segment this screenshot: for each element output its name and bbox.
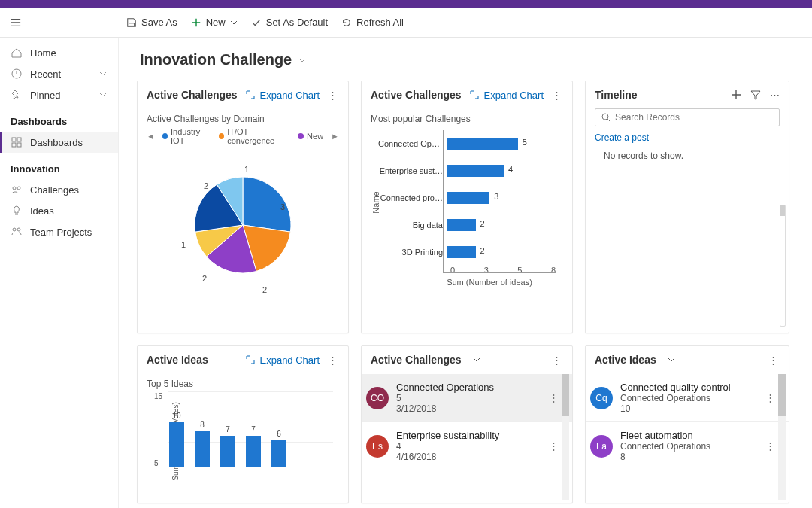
sidebar-item-dashboards[interactable]: Dashboards bbox=[0, 132, 118, 153]
card-list2-title: Active Ideas bbox=[595, 354, 656, 366]
card-list1-title: Active Challenges bbox=[371, 354, 462, 366]
home-label: Home bbox=[30, 47, 56, 59]
team-icon bbox=[11, 226, 23, 238]
legend-item[interactable]: New bbox=[298, 127, 323, 145]
item-more-button[interactable]: ⋮ bbox=[549, 440, 559, 452]
card-col-title: Active Ideas bbox=[147, 354, 208, 366]
sidebar-item-challenges[interactable]: Challenges bbox=[0, 179, 118, 200]
pie-legend: ◄ Industry IOTIT/OT convergenceNew ► bbox=[138, 124, 348, 150]
chevron-down-icon[interactable] bbox=[472, 355, 481, 364]
new-button[interactable]: New bbox=[191, 17, 238, 28]
pie-value-label: 1 bbox=[181, 240, 186, 249]
sidebar-item-home[interactable]: Home bbox=[0, 42, 118, 63]
bar-chart: Name Connected Ope… 5Enterprise sust… 4C… bbox=[371, 130, 563, 303]
pie-value-label: 3 bbox=[280, 202, 285, 211]
card-timeline: Timeline ⋯ Create a post No records to s… bbox=[585, 81, 789, 333]
page-title[interactable]: Innovation Challenge bbox=[119, 38, 812, 75]
svg-rect-0 bbox=[129, 23, 135, 26]
setdefault-button[interactable]: Set As Default bbox=[251, 17, 328, 28]
sidebar-section-dashboards: Dashboards bbox=[0, 105, 118, 132]
list-item[interactable]: Es Enterprise sustainability 4 4/16/2018… bbox=[362, 422, 572, 470]
dashboards-label: Dashboards bbox=[30, 137, 83, 148]
more-button[interactable]: ⋮ bbox=[550, 90, 563, 101]
item-more-button[interactable]: ⋮ bbox=[765, 392, 775, 403]
more-button[interactable]: ⋮ bbox=[326, 90, 339, 101]
expand-icon bbox=[245, 354, 256, 365]
svg-point-10 bbox=[602, 114, 608, 120]
expand-chart-button[interactable]: Expand Chart bbox=[245, 354, 320, 366]
legend-item[interactable]: Industry IOT bbox=[162, 127, 211, 145]
expand-label: Expand Chart bbox=[260, 354, 320, 366]
list-scrollbar[interactable] bbox=[562, 374, 569, 500]
pie-subtitle: Active Challenges by Domain bbox=[138, 109, 348, 124]
clock-icon bbox=[11, 68, 23, 80]
card-list-challenges: Active Challenges ⋮ CO Connected Operati… bbox=[361, 345, 573, 503]
hamburger-button[interactable] bbox=[11, 17, 21, 28]
card-bar: Active Challenges Expand Chart ⋮ Most po… bbox=[361, 81, 573, 333]
pie-value-label: 2 bbox=[204, 181, 208, 190]
setdefault-label: Set As Default bbox=[266, 17, 328, 28]
more-button[interactable]: ⋮ bbox=[326, 354, 339, 366]
bar-ylabel: Name bbox=[371, 191, 380, 213]
timeline-title: Timeline bbox=[595, 89, 638, 101]
saveas-button[interactable]: Save As bbox=[126, 17, 177, 28]
timeline-add-button[interactable] bbox=[731, 90, 741, 101]
pie-value-label: 1 bbox=[244, 165, 249, 174]
timeline-search[interactable] bbox=[595, 108, 780, 126]
timeline-create-post[interactable]: Create a post bbox=[586, 132, 789, 148]
chevron-down-icon bbox=[98, 90, 108, 99]
legend-prev[interactable]: ◄ bbox=[147, 132, 155, 141]
chevron-down-icon[interactable] bbox=[667, 355, 676, 364]
sidebar-item-recent[interactable]: Recent bbox=[0, 63, 118, 84]
expand-icon bbox=[469, 90, 480, 100]
refresh-label: Refresh All bbox=[356, 17, 404, 28]
card-pie: Active Challenges Expand Chart ⋮ Active … bbox=[137, 81, 349, 333]
pin-icon bbox=[11, 89, 23, 101]
chevron-down-icon bbox=[98, 69, 108, 78]
timeline-filter-button[interactable] bbox=[750, 90, 761, 101]
list-item[interactable]: Fa Fleet automation Connected Operations… bbox=[586, 422, 789, 470]
item-more-button[interactable]: ⋮ bbox=[765, 440, 775, 452]
sidebar-item-pinned[interactable]: Pinned bbox=[0, 84, 118, 105]
card-pie-title: Active Challenges bbox=[147, 89, 238, 101]
list-item[interactable]: Cq Connected quality control Connected O… bbox=[586, 374, 789, 422]
teamprojects-label: Team Projects bbox=[30, 227, 92, 238]
search-icon bbox=[601, 113, 611, 122]
timeline-more-button[interactable]: ⋯ bbox=[770, 90, 780, 101]
list-scrollbar[interactable] bbox=[778, 374, 786, 500]
lightbulb-icon bbox=[11, 205, 23, 217]
column-chart: Sum (Number of Votes) 155 108776 bbox=[147, 392, 339, 482]
svg-rect-5 bbox=[17, 143, 21, 147]
dashboard-icon bbox=[11, 136, 23, 148]
svg-point-9 bbox=[17, 228, 20, 231]
avatar: Es bbox=[366, 435, 389, 458]
item-more-button[interactable]: ⋮ bbox=[549, 392, 559, 403]
expand-chart-button[interactable]: Expand Chart bbox=[245, 90, 320, 101]
svg-rect-3 bbox=[17, 138, 21, 141]
more-button[interactable]: ⋮ bbox=[766, 354, 780, 366]
pinned-label: Pinned bbox=[30, 90, 60, 101]
timeline-search-input[interactable] bbox=[615, 112, 773, 123]
sidebar-item-ideas[interactable]: Ideas bbox=[0, 200, 118, 221]
expand-label: Expand Chart bbox=[260, 90, 320, 101]
expand-label: Expand Chart bbox=[484, 90, 544, 101]
refresh-button[interactable]: Refresh All bbox=[341, 17, 404, 28]
legend-next[interactable]: ► bbox=[331, 132, 339, 141]
svg-rect-2 bbox=[12, 138, 16, 141]
list-item[interactable]: CO Connected Operations 5 3/12/2018 ⋮ bbox=[362, 374, 572, 422]
page-title-text: Innovation Challenge bbox=[140, 51, 292, 68]
main-content: Innovation Challenge Active Challenges E… bbox=[119, 38, 812, 508]
chevron-down-icon bbox=[298, 56, 307, 65]
timeline-scrollbar[interactable] bbox=[780, 205, 786, 327]
challenges-label: Challenges bbox=[30, 184, 79, 196]
sidebar-section-innovation: Innovation bbox=[0, 153, 118, 179]
column-bar: 8 bbox=[195, 431, 210, 467]
column-bar: 7 bbox=[246, 436, 261, 467]
more-button[interactable]: ⋮ bbox=[550, 354, 563, 366]
sidebar-item-teamprojects[interactable]: Team Projects bbox=[0, 221, 118, 242]
card-col: Active Ideas Expand Chart ⋮ Top 5 Ideas … bbox=[137, 345, 349, 503]
card-list-ideas: Active Ideas ⋮ Cq Connected quality cont… bbox=[585, 345, 789, 503]
legend-item[interactable]: IT/OT convergence bbox=[219, 127, 290, 145]
expand-chart-button[interactable]: Expand Chart bbox=[469, 90, 544, 101]
svg-point-8 bbox=[13, 228, 16, 231]
